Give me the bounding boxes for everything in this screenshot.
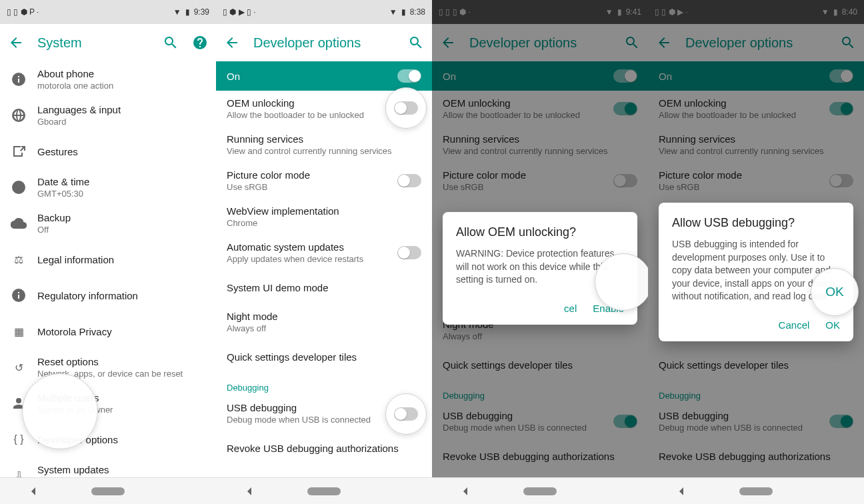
- globe-icon: [11, 107, 27, 123]
- list-item-legal[interactable]: ⚖ Legal information: [0, 241, 216, 277]
- battery-icon: ▮: [401, 7, 406, 17]
- tutorial-highlight-oem-toggle: [385, 87, 427, 129]
- tutorial-highlight-developer-options: [22, 373, 98, 449]
- clock-text: 8:38: [410, 7, 425, 17]
- row-picture-color[interactable]: Picture color modeUse sRGB: [216, 163, 432, 199]
- list-item-languages[interactable]: Languages & inputGboard: [0, 97, 216, 133]
- banner-label: On: [227, 71, 240, 82]
- wifi-icon: ▼: [389, 7, 397, 17]
- nav-home-pill[interactable]: [523, 487, 557, 495]
- nav-empty: [607, 483, 623, 499]
- cancel-button[interactable]: Cancel: [779, 319, 810, 331]
- nav-back-icon[interactable]: [673, 483, 689, 499]
- list-item-privacy[interactable]: ▦ Motorola Privacy: [0, 313, 216, 349]
- nav-bar: [216, 477, 432, 504]
- nav-back-icon[interactable]: [241, 483, 257, 499]
- r-title: USB debugging: [227, 402, 397, 413]
- reset-icon: ↺: [11, 359, 27, 375]
- app-bar: System: [0, 24, 216, 61]
- r-sub: Apply updates when device restarts: [227, 254, 397, 264]
- tutorial-highlight-usb-toggle: [385, 393, 427, 435]
- nav-back-icon[interactable]: [457, 483, 473, 499]
- dialog-title: Allow OEM unlocking?: [456, 225, 624, 239]
- item-title: Gestures: [37, 146, 205, 157]
- pane-dev-initial: ▯ ⬢ ▶ ▯ · ▼ ▮ 8:38 Developer options On …: [216, 0, 432, 504]
- row-auto-updates[interactable]: Automatic system updatesApply updates wh…: [216, 235, 432, 271]
- nav-empty: [391, 483, 407, 499]
- r-sub: Use sRGB: [227, 182, 397, 192]
- r-sub: Always off: [227, 323, 421, 333]
- item-title: Backup: [37, 212, 205, 223]
- back-button[interactable]: [8, 35, 24, 51]
- row-revoke-usb[interactable]: Revoke USB debugging authorizations: [216, 431, 432, 465]
- item-title: Motorola Privacy: [37, 326, 205, 337]
- braces-icon: { }: [11, 431, 27, 447]
- tutorial-highlight-ok: OK: [811, 268, 859, 316]
- r-title: System UI demo mode: [227, 282, 421, 293]
- r-sub: Debug mode when USB is connected: [227, 415, 397, 425]
- r-sub: Allow the bootloader to be unlocked: [227, 110, 397, 120]
- nav-home-pill[interactable]: [91, 487, 125, 495]
- pane-dev-oem-dialog: ▯ ▯ ▯ ⬢ · ▼ ▮ 9:41 Developer options On …: [432, 0, 648, 504]
- r-title: Night mode: [227, 311, 421, 322]
- status-icons-right: ▼ ▮ 8:38: [389, 7, 425, 17]
- row-webview[interactable]: WebView implementationChrome: [216, 199, 432, 235]
- nav-bar: [432, 477, 648, 504]
- back-button[interactable]: [224, 35, 240, 51]
- item-sub: Gboard: [37, 117, 205, 127]
- info-icon: [11, 71, 27, 87]
- balance-icon: ⚖: [11, 251, 27, 267]
- help-icon[interactable]: [192, 35, 208, 51]
- r-title: Running services: [227, 133, 421, 145]
- nav-back-icon[interactable]: [25, 483, 41, 499]
- pane-dev-usb-dialog: ▯ ▯ ⬢ ▶ · ▼ ▮ 8:40 Developer options On …: [648, 0, 864, 504]
- nav-bar: [0, 477, 216, 504]
- row-running-services[interactable]: Running servicesView and control current…: [216, 127, 432, 163]
- info-icon: [11, 287, 27, 303]
- list-item-gestures[interactable]: Gestures: [0, 133, 216, 169]
- row-qs-tiles[interactable]: Quick settings developer tiles: [216, 340, 432, 373]
- wifi-icon: ▼: [173, 7, 181, 17]
- nav-home-pill[interactable]: [307, 487, 341, 495]
- item-title: About phone: [37, 68, 205, 79]
- cancel-button[interactable]: cel: [564, 303, 577, 314]
- section-debugging: Debugging: [216, 373, 432, 395]
- status-icons-right: ▼ ▮ 9:39: [173, 7, 209, 17]
- item-title: Languages & input: [37, 104, 205, 115]
- status-bar: ▯ ⬢ ▶ ▯ · ▼ ▮ 8:38: [216, 0, 432, 24]
- nav-empty: [175, 483, 191, 499]
- r-title: OEM unlocking: [227, 97, 397, 109]
- r-title: Quick settings developer tiles: [227, 351, 421, 363]
- row-night-mode[interactable]: Night modeAlways off: [216, 304, 432, 340]
- on-banner: On: [216, 61, 432, 91]
- list-item-regulatory[interactable]: Regulatory information: [0, 277, 216, 313]
- list-item-backup[interactable]: BackupOff: [0, 205, 216, 241]
- nav-home-pill[interactable]: [739, 487, 773, 495]
- status-icons-left: ▯ ▯ ⬢ P ·: [7, 7, 39, 17]
- search-icon[interactable]: [163, 35, 179, 51]
- item-title: Date & time: [37, 176, 205, 187]
- list-item-datetime[interactable]: Date & timeGMT+05:30: [0, 169, 216, 205]
- row-bug-report[interactable]: Bug report shortcut: [216, 465, 432, 477]
- list-item-system-updates[interactable]: ⇩ System updatesUpdated to Android 9: [0, 457, 216, 477]
- master-toggle[interactable]: [397, 69, 421, 83]
- auto-update-toggle[interactable]: [397, 246, 421, 259]
- sys-update-icon: ⇩: [11, 467, 27, 477]
- battery-icon: ▮: [185, 7, 190, 17]
- picture-toggle[interactable]: [397, 174, 421, 187]
- row-demo-mode[interactable]: System UI demo mode: [216, 271, 432, 304]
- item-sub: GMT+05:30: [37, 189, 205, 199]
- list-item-reset[interactable]: ↺ Reset optionsNetwork, apps, or device …: [0, 349, 216, 385]
- ok-button[interactable]: OK: [825, 319, 840, 331]
- cloud-icon: [11, 215, 27, 231]
- status-bar: ▯ ▯ ⬢ P · ▼ ▮ 9:39: [0, 0, 216, 24]
- r-title: Revoke USB debugging authorizations: [227, 443, 421, 454]
- clock-text: 9:39: [194, 7, 209, 17]
- r-sub: Chrome: [227, 218, 421, 228]
- clock-icon: [11, 179, 27, 195]
- list-item-about[interactable]: About phonemotorola one action: [0, 61, 216, 97]
- item-title: Reset options: [37, 356, 205, 367]
- item-title: Legal information: [37, 254, 205, 265]
- search-icon[interactable]: [408, 35, 424, 51]
- r-title: Picture color mode: [227, 169, 397, 181]
